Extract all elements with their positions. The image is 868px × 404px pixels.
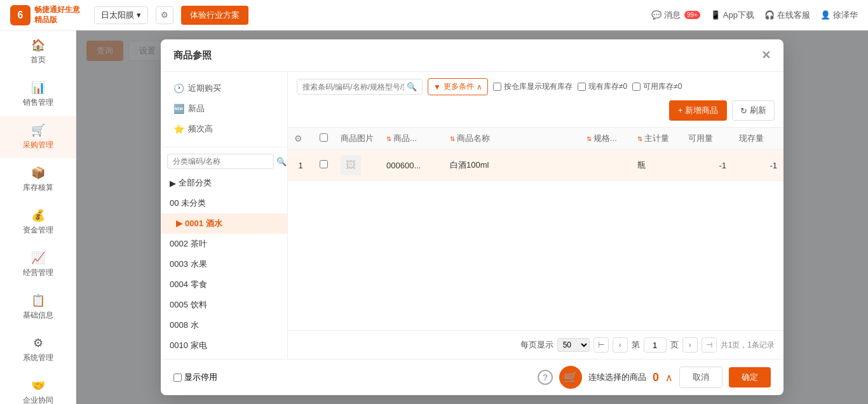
modal-body: 🕐 近期购买 🆕 新品 ⭐ 频次高 [161, 72, 783, 359]
main-layout: 🏠 首页 📊 销售管理 🛒 采购管理 📦 库存核算 💰 资金管理 📈 经营管理 … [0, 30, 868, 404]
cancel-button[interactable]: 取消 [679, 367, 722, 388]
sidebar-item-home[interactable]: 🏠 首页 [0, 30, 76, 73]
experience-btn[interactable]: 体验行业方案 [181, 6, 248, 25]
new-icon: 🆕 [173, 104, 184, 114]
sidebar-item-system[interactable]: ⚙ 系统管理 [0, 328, 76, 371]
cart-label: 连续选择的商品 [588, 372, 646, 383]
confirm-button[interactable]: 确定 [729, 367, 771, 387]
sidebar-item-enterprise[interactable]: 🤝 企业协同 [0, 371, 76, 404]
image-placeholder-icon: 🖼 [346, 159, 356, 171]
first-page-btn[interactable]: ⊢ [593, 337, 609, 353]
cat-item-0004[interactable]: 0004 零食 [161, 274, 287, 295]
sidebar-item-operations[interactable]: 📈 经营管理 [0, 243, 76, 286]
th-available[interactable]: 可用量 [682, 128, 733, 150]
filter-more-btn[interactable]: ▼ 更多条件 ∧ [428, 78, 488, 95]
logo-area: 6 畅捷通好生意 精品版 [10, 5, 86, 25]
th-spec[interactable]: ⇅ 规格... [580, 128, 631, 150]
filter-stock-nonzero-input[interactable] [578, 83, 586, 91]
app-download-btn[interactable]: 📱 App下载 [710, 10, 754, 21]
th-product-image: 商品图片 [334, 128, 380, 150]
sidebar-item-basic-info[interactable]: 📋 基础信息 [0, 286, 76, 328]
sidebar-item-label: 采购管理 [23, 140, 53, 151]
product-table: ⚙ 商品图片 [288, 128, 783, 181]
row-checkbox[interactable] [320, 160, 328, 168]
pagination: 每页显示 50 20 100 ⊢ ‹ 第 页 › [288, 330, 783, 359]
operations-icon: 📈 [31, 251, 45, 265]
quick-new-products[interactable]: 🆕 新品 [167, 98, 281, 119]
store-selector[interactable]: 日太阳膜 ▾ [94, 6, 148, 24]
cat-item-00[interactable]: 00 未分类 [161, 193, 287, 213]
online-service-btn[interactable]: 🎧 在线客服 [764, 10, 810, 21]
th-stock[interactable]: 现存量 [733, 128, 783, 150]
system-icon: ⚙ [33, 336, 43, 350]
filter-warehouse-input[interactable] [493, 83, 501, 91]
user-profile-btn[interactable]: 👤 徐泽华 [820, 10, 858, 21]
sidebar-item-purchase[interactable]: 🛒 采购管理 [0, 116, 76, 158]
cat-active-arrow: ▶ [176, 219, 182, 228]
sales-icon: 📊 [31, 81, 45, 95]
divider-1 [161, 147, 287, 147]
sidebar-item-sales[interactable]: 📊 销售管理 [0, 73, 76, 116]
message-label: 消息 [664, 10, 681, 21]
star-icon: ⭐ [173, 124, 184, 134]
cat-search-icon[interactable]: 🔍 [276, 157, 287, 166]
last-page-btn[interactable]: ⊣ [702, 337, 717, 353]
quick-frequent[interactable]: ⭐ 频次高 [167, 119, 281, 139]
cat-item-0002[interactable]: 0002 茶叶 [161, 234, 287, 254]
modal-close-button[interactable]: ✕ [761, 48, 771, 62]
purchase-icon: 🛒 [31, 123, 45, 137]
quick-recent-purchase[interactable]: 🕐 近期购买 [167, 78, 281, 98]
cat-item-0003[interactable]: 0003 水果 [161, 254, 287, 274]
product-search-input[interactable] [302, 83, 404, 91]
user-name: 徐泽华 [833, 10, 858, 21]
select-all-checkbox[interactable] [320, 133, 328, 142]
cat-item-all[interactable]: ▶ 全部分类 [161, 173, 287, 193]
row-checkbox-cell [313, 150, 334, 181]
page-number-input[interactable] [644, 337, 667, 353]
filter-bar: 🔍 ▼ 更多条件 ∧ 按仓库显示现有库存 [288, 72, 783, 128]
cat-item-0001[interactable]: ▶0001 酒水 [161, 213, 287, 234]
show-disabled-checkbox[interactable]: 显示停用 [173, 372, 217, 383]
message-btn[interactable]: 💬 消息 99+ [651, 10, 700, 21]
prev-page-btn[interactable]: ‹ [613, 337, 628, 353]
search-icon[interactable]: 🔍 [407, 82, 417, 91]
add-product-btn[interactable]: + 新增商品 [669, 100, 727, 121]
product-thumbnail: 🖼 [341, 155, 361, 175]
cat-search-row: 🔍 « [161, 150, 287, 173]
filter-avail-nonzero-input[interactable] [632, 83, 641, 91]
category-list: ▶ 全部分类 00 未分类 ▶0001 酒水 0002 茶叶 0003 水果 0… [161, 173, 287, 356]
cat-item-0008[interactable]: 0008 水 [161, 315, 287, 335]
th-product-code[interactable]: ⇅ 商品... [380, 128, 444, 150]
message-icon: 💬 [651, 10, 661, 20]
filter-avail-nonzero-checkbox[interactable]: 可用库存≠0 [632, 81, 682, 92]
cat-item-0005[interactable]: 0005 饮料 [161, 295, 287, 315]
logo-icon: 6 [10, 5, 31, 25]
content-area: 查询 设置 刷新 商品参照 ✕ 🕐 [76, 30, 868, 404]
row-stock: -1 [733, 150, 783, 181]
table-settings-icon[interactable]: ⚙ [294, 133, 302, 144]
table-row[interactable]: 1 🖼 [288, 150, 783, 181]
page-size-select[interactable]: 50 20 100 [557, 338, 590, 352]
row-image: 🖼 [334, 150, 380, 181]
th-unit[interactable]: ⇅ 主计量 [631, 128, 682, 150]
show-disabled-input[interactable] [173, 374, 182, 382]
clock-icon: 🕐 [173, 83, 184, 93]
modal-right-panel: 🔍 ▼ 更多条件 ∧ 按仓库显示现有库存 [288, 72, 783, 359]
modal-footer: 显示停用 ? 🛒 连续选择的商品 0 ∧ 取消 确定 [161, 359, 783, 395]
next-page-btn[interactable]: › [682, 337, 698, 353]
cart-button[interactable]: 🛒 [559, 366, 582, 389]
filter-stock-nonzero-checkbox[interactable]: 现有库存≠0 [578, 81, 627, 92]
sidebar-item-inventory[interactable]: 📦 库存核算 [0, 158, 76, 201]
sidebar-item-finance[interactable]: 💰 资金管理 [0, 201, 76, 243]
cat-item-0010[interactable]: 0010 家电 [161, 335, 287, 356]
help-icon[interactable]: ? [538, 370, 553, 385]
refresh-btn[interactable]: ↻ 刷新 [732, 100, 775, 121]
cat-search-input[interactable] [167, 154, 274, 169]
collapse-cart-icon[interactable]: ∧ [665, 372, 673, 384]
nav-right: 💬 消息 99+ 📱 App下载 🎧 在线客服 👤 徐泽华 [651, 10, 858, 21]
product-table-wrap: ⚙ 商品图片 [288, 128, 783, 330]
filter-by-warehouse-checkbox[interactable]: 按仓库显示现有库存 [493, 81, 573, 92]
settings-button[interactable]: ⚙ [156, 6, 173, 24]
th-product-name[interactable]: ⇅ 商品名称 [444, 128, 580, 150]
store-dropdown-icon: ▾ [137, 10, 141, 20]
